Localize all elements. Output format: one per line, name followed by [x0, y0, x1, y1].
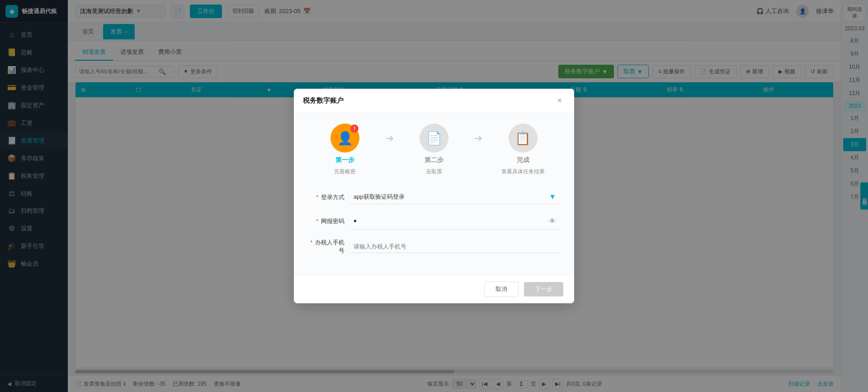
- step-1: 👤 ! 第一步 完善账密: [308, 124, 382, 176]
- step-3: 📋 完成 查看具体任务结果: [486, 124, 560, 176]
- modal-title: 税务数字账户: [303, 96, 554, 105]
- modal-footer: 取消 下一步: [294, 275, 574, 303]
- step3-icon: 📋: [515, 131, 531, 146]
- password-dot: •: [354, 216, 357, 226]
- login-method-value: app获取验证码登录: [354, 193, 545, 201]
- phone-input[interactable]: [350, 240, 560, 253]
- form-row-login-method: * 登录方式 app获取验证码登录 ▼: [308, 190, 560, 204]
- step1-icon: 👤: [337, 131, 353, 146]
- step-arrow-2: ➔: [471, 133, 486, 144]
- step2-desc: 去取票: [426, 168, 442, 176]
- step-2: 📄 第二步 去取票: [397, 124, 471, 176]
- modal-body: 👤 ! 第一步 完善账密 ➔ 📄 第二步 去取票 ➔: [294, 113, 574, 275]
- phone-label: * 办税人手机号: [308, 239, 344, 255]
- password-label: * 网报密码: [308, 217, 344, 225]
- step1-desc: 完善账密: [334, 168, 356, 176]
- step3-desc: 查看具体任务结果: [501, 168, 545, 176]
- step1-badge: !: [350, 124, 359, 133]
- step3-label: 完成: [517, 156, 529, 164]
- password-eye-icon[interactable]: 👁: [549, 217, 556, 225]
- modal-header: 税务数字账户 ×: [294, 89, 574, 113]
- step2-label: 第二步: [425, 156, 443, 164]
- step1-icon-wrap: 👤 !: [330, 124, 359, 153]
- modal-overlay: 税务数字账户 × 👤 ! 第一步 完善账密 ➔: [0, 0, 868, 392]
- steps: 👤 ! 第一步 完善账密 ➔ 📄 第二步 去取票 ➔: [308, 124, 560, 176]
- login-method-select[interactable]: app获取验证码登录 ▼: [350, 190, 560, 204]
- form-row-password: * 网报密码 • 👁: [308, 213, 560, 229]
- next-button[interactable]: 下一步: [524, 282, 563, 296]
- cancel-button[interactable]: 取消: [484, 282, 519, 297]
- modal-close-button[interactable]: ×: [554, 95, 565, 106]
- login-method-label: * 登录方式: [308, 193, 344, 201]
- step-arrow-1: ➔: [382, 133, 397, 144]
- form-row-phone: * 办税人手机号: [308, 239, 560, 255]
- step1-label: 第一步: [335, 156, 354, 164]
- step3-icon-wrap: 📋: [509, 124, 538, 153]
- step2-icon: 📄: [426, 131, 442, 146]
- login-method-dropdown-icon: ▼: [549, 193, 556, 201]
- tax-digital-modal: 税务数字账户 × 👤 ! 第一步 完善账密 ➔: [294, 89, 574, 303]
- step2-icon-wrap: 📄: [420, 124, 448, 153]
